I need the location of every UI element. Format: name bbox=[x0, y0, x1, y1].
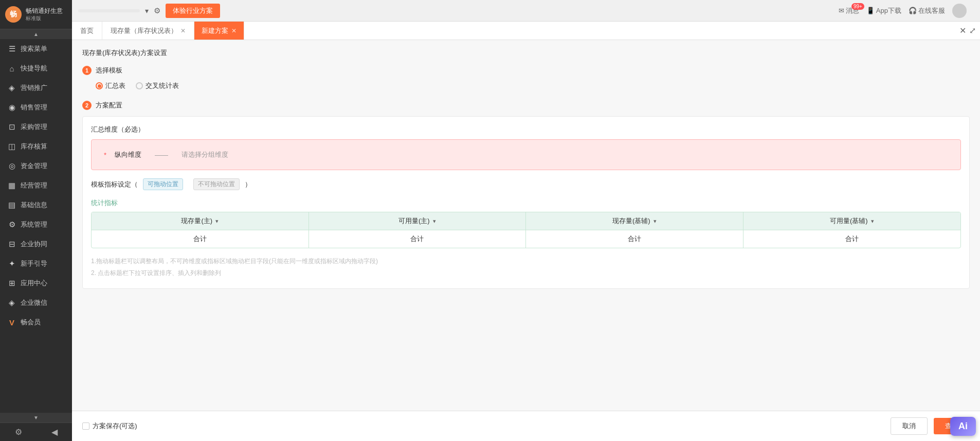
app-version: 标准版 bbox=[26, 15, 63, 22]
stats-col-2[interactable]: 现存量(基辅) ▾ bbox=[526, 212, 743, 230]
sidebar-item-inventory[interactable]: ◫ 库存核算 bbox=[0, 137, 72, 156]
non-draggable-tag: 不可拖动位置 bbox=[193, 178, 240, 190]
stats-table-header: 现存量(主) ▾ 可用量(主) ▾ 现存量(基辅) ▾ bbox=[92, 212, 960, 230]
sidebar-item-cooperation[interactable]: ⊟ 企业协同 bbox=[0, 234, 72, 254]
tip-item-1: 1.拖动标题栏可以调整布局，不可跨维度或指标区域拖动栏目字段(只能在同一维度或指… bbox=[91, 256, 961, 266]
stats-col-0[interactable]: 现存量(主) ▾ bbox=[92, 212, 309, 230]
sidebar-item-basic-info[interactable]: ▤ 基础信息 bbox=[0, 195, 72, 215]
dimension-pink-box: * 纵向维度 —— 请选择分组维度 bbox=[91, 139, 961, 170]
collapse-footer-btn[interactable]: ◀ bbox=[51, 427, 58, 437]
vip-icon: V bbox=[7, 318, 16, 327]
sidebar-nav: ☰ 搜索菜单 ⌂ 快捷导航 ◈ 营销推广 ◉ 销售管理 ⊡ 采购管理 ◫ 库存核… bbox=[0, 39, 72, 413]
cooperation-icon: ⊟ bbox=[7, 240, 16, 249]
sidebar-item-marketing[interactable]: ◈ 营销推广 bbox=[0, 78, 72, 98]
template-options: 汇总表 交叉统计表 bbox=[96, 81, 970, 90]
stats-title: 统计指标 bbox=[91, 198, 961, 208]
online-service-button[interactable]: 🎧 在线客服 bbox=[909, 6, 945, 15]
sales-icon: ◉ bbox=[7, 103, 16, 112]
save-plan-checkbox-label[interactable]: 方案保存(可选) bbox=[82, 421, 137, 431]
sidebar-item-search[interactable]: ☰ 搜索菜单 bbox=[0, 39, 72, 59]
step2-label: 方案配置 bbox=[96, 101, 122, 110]
tab-new-plan[interactable]: 新建方案 ✕ bbox=[194, 22, 244, 40]
sidebar-item-operations[interactable]: ▦ 经营管理 bbox=[0, 176, 72, 195]
indicator-setting: 模板指标设定（ 可拖动位置 不可拖动位置 ） bbox=[91, 178, 961, 190]
marketing-icon: ◈ bbox=[7, 83, 16, 93]
stats-col-0-chevron: ▾ bbox=[215, 218, 219, 225]
topbar-right: ✉ 消息 99+ 📱 App下载 🎧 在线客服 bbox=[839, 4, 974, 18]
sidebar-item-purchase[interactable]: ⊡ 采购管理 bbox=[0, 117, 72, 137]
tab-inventory-label: 现存量（库存状况表） bbox=[111, 26, 177, 35]
tab-new-plan-close[interactable]: ✕ bbox=[231, 27, 237, 34]
stats-cell-1-0: 合计 bbox=[309, 230, 527, 248]
stats-cell-2-0: 合计 bbox=[526, 230, 743, 248]
indicator-setting-label: 模板指标设定（ bbox=[91, 180, 138, 189]
sidebar-scroll-up[interactable]: ▲ bbox=[0, 29, 72, 39]
stats-col-3[interactable]: 可用量(基辅) ▾ bbox=[743, 212, 961, 230]
message-icon: ✉ bbox=[839, 7, 844, 14]
sidebar-item-vip[interactable]: V 畅会员 bbox=[0, 313, 72, 332]
tab-expand-btn[interactable]: ⤢ bbox=[969, 26, 976, 35]
sidebar-item-label: 新手引导 bbox=[21, 259, 47, 268]
search-menu-icon: ☰ bbox=[7, 44, 16, 53]
stats-col-2-label: 现存量(基辅) bbox=[612, 216, 650, 226]
user-avatar[interactable] bbox=[952, 4, 967, 18]
sidebar-item-label: 畅会员 bbox=[21, 318, 41, 327]
page-title: 现存量(库存状况表)方案设置 bbox=[82, 48, 970, 58]
phone-icon: 📱 bbox=[866, 7, 875, 14]
sidebar-item-guide[interactable]: ✦ 新手引导 bbox=[0, 254, 72, 273]
cancel-button[interactable]: 取消 bbox=[891, 417, 928, 435]
tab-inventory-close[interactable]: ✕ bbox=[180, 27, 186, 34]
sidebar-item-label: 营销推广 bbox=[21, 83, 47, 93]
app-download-button[interactable]: 📱 App下载 bbox=[866, 6, 901, 15]
sidebar-item-label: 系统管理 bbox=[21, 220, 47, 229]
sidebar-scroll-down[interactable]: ▼ bbox=[0, 413, 72, 422]
sidebar-item-label: 搜索菜单 bbox=[21, 44, 47, 53]
home-icon: ⌂ bbox=[7, 64, 16, 73]
appcenter-icon: ⊞ bbox=[7, 279, 16, 288]
sidebar-item-finance[interactable]: ◎ 资金管理 bbox=[0, 156, 72, 176]
sidebar-item-system[interactable]: ⚙ 系统管理 bbox=[0, 215, 72, 234]
tab-home[interactable]: 首页 bbox=[72, 22, 102, 40]
radio-cross-circle bbox=[136, 82, 143, 89]
sidebar: 畅 畅销通好生意 标准版 ▲ ☰ 搜索菜单 ⌂ 快捷导航 ◈ 营销推广 ◉ 销售… bbox=[0, 0, 72, 441]
message-button[interactable]: ✉ 消息 99+ bbox=[839, 6, 859, 15]
tip-item-2: 2. 点击标题栏下拉可设置排序、插入列和删除列 bbox=[91, 268, 961, 278]
sidebar-logo: 畅 畅销通好生意 标准版 bbox=[0, 0, 72, 29]
wechat-icon: ◈ bbox=[7, 298, 16, 307]
topbar-gear-btn[interactable]: ⚙ bbox=[154, 6, 160, 15]
step2-header: 2 方案配置 bbox=[82, 101, 970, 110]
dim-placeholder[interactable]: 请选择分组维度 bbox=[182, 150, 228, 159]
sidebar-item-appcenter[interactable]: ⊞ 应用中心 bbox=[0, 273, 72, 293]
topbar-dropdown-btn[interactable]: ▾ bbox=[145, 7, 149, 15]
stats-table: 现存量(主) ▾ 可用量(主) ▾ 现存量(基辅) ▾ bbox=[91, 212, 961, 248]
radio-summary-table[interactable]: 汇总表 bbox=[96, 81, 125, 90]
step2-section: 2 方案配置 汇总维度（必选） * 纵向维度 —— 请选择分组维度 模板指标设定… bbox=[82, 101, 970, 289]
save-plan-checkbox[interactable] bbox=[82, 422, 89, 430]
basic-info-icon: ▤ bbox=[7, 200, 16, 210]
sidebar-item-wechat[interactable]: ◈ 企业微信 bbox=[0, 293, 72, 313]
tip-item-2-text: 2. 点击标题栏下拉可设置排序、插入列和删除列 bbox=[91, 269, 221, 277]
purchase-icon: ⊡ bbox=[7, 122, 16, 132]
settings-footer-btn[interactable]: ⚙ bbox=[15, 427, 22, 437]
ai-badge[interactable]: Ai bbox=[950, 417, 976, 436]
sidebar-item-label: 库存核算 bbox=[21, 142, 47, 151]
stats-col-1[interactable]: 可用量(主) ▾ bbox=[309, 212, 527, 230]
tab-inventory-status[interactable]: 现存量（库存状况表） ✕ bbox=[102, 22, 194, 40]
stats-col-1-label: 可用量(主) bbox=[398, 216, 430, 226]
step2-card: 汇总维度（必选） * 纵向维度 —— 请选择分组维度 模板指标设定（ 可拖动位置… bbox=[82, 116, 970, 289]
tab-new-plan-label: 新建方案 bbox=[202, 26, 228, 35]
required-star: * bbox=[104, 151, 106, 159]
app-label: App下载 bbox=[876, 6, 901, 15]
industry-solution-button[interactable]: 体验行业方案 bbox=[166, 4, 220, 18]
radio-cross-table[interactable]: 交叉统计表 bbox=[136, 81, 179, 90]
sidebar-item-quicknav[interactable]: ⌂ 快捷导航 bbox=[0, 59, 72, 78]
sidebar-item-label: 经营管理 bbox=[21, 181, 47, 190]
vertical-dim-label: 纵向维度 bbox=[115, 150, 141, 159]
sidebar-item-label: 采购管理 bbox=[21, 122, 47, 132]
sidebar-footer: ⚙ ◀ bbox=[0, 422, 72, 441]
tab-close-btn[interactable]: ✕ bbox=[959, 26, 966, 35]
sidebar-item-sales[interactable]: ◉ 销售管理 bbox=[0, 98, 72, 117]
radio-summary-circle bbox=[96, 82, 103, 89]
logo-icon: 畅 bbox=[5, 6, 22, 23]
tab-home-label: 首页 bbox=[80, 26, 94, 35]
